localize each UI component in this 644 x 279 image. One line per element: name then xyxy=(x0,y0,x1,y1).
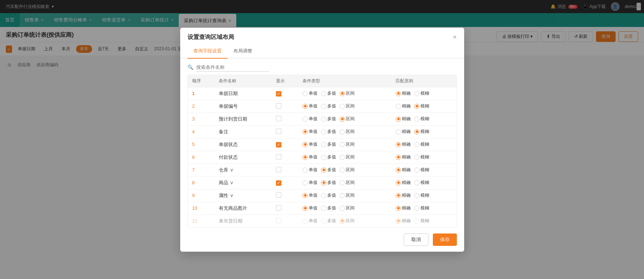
radio-type-区间-6[interactable]: 区间 xyxy=(340,154,355,160)
row-display-3[interactable] xyxy=(272,113,299,125)
dialog-close-button[interactable]: × xyxy=(453,34,457,41)
dialog-search-area: 🔍 xyxy=(180,59,464,75)
row-display-8[interactable] xyxy=(272,176,299,189)
row-display-1[interactable] xyxy=(272,87,299,100)
radio-type-多值-8[interactable]: 多值 xyxy=(321,180,336,186)
radio-match-模糊-2[interactable]: 模糊 xyxy=(414,103,429,109)
dialog-search-input[interactable] xyxy=(196,63,269,72)
checkbox-3[interactable] xyxy=(276,116,281,121)
radio-match-精确-7[interactable]: 精确 xyxy=(396,167,411,173)
checkbox-1[interactable] xyxy=(276,91,281,97)
row-display-6[interactable] xyxy=(272,151,299,164)
row-type-10: 单值多值区间 xyxy=(298,202,391,215)
checkbox-5[interactable] xyxy=(276,142,281,148)
checkbox-11[interactable] xyxy=(276,218,281,223)
radio-match-精确-4[interactable]: 精确 xyxy=(396,129,411,135)
row-display-9[interactable] xyxy=(272,189,299,202)
row-name-6: 付款状态 xyxy=(214,151,271,164)
radio-match-模糊-3[interactable]: 模糊 xyxy=(414,116,429,122)
radio-type-区间-4[interactable]: 区间 xyxy=(340,129,355,135)
radio-type-多值-11[interactable]: 多值 xyxy=(321,218,336,224)
radio-dot-多值-3 xyxy=(321,117,326,122)
row-display-2[interactable] xyxy=(272,100,299,113)
radio-dot-区间-2 xyxy=(340,104,345,109)
radio-type-区间-5[interactable]: 区间 xyxy=(340,141,355,148)
radio-match-精确-1[interactable]: 精确 xyxy=(396,90,411,97)
row-type-6: 单值多值区间 xyxy=(298,151,391,164)
radio-dot-多值-9 xyxy=(321,193,326,198)
row-display-7[interactable] xyxy=(272,164,299,176)
radio-type-区间-2[interactable]: 区间 xyxy=(340,103,355,109)
radio-type-单值-4[interactable]: 单值 xyxy=(303,129,317,135)
radio-match-模糊-11[interactable]: 模糊 xyxy=(414,218,429,224)
radio-match-精确-10[interactable]: 精确 xyxy=(396,205,411,211)
radio-type-多值-10[interactable]: 多值 xyxy=(321,205,336,211)
row-type-5: 单值多值区间 xyxy=(298,138,391,151)
radio-type-单值-2[interactable]: 单值 xyxy=(303,103,317,109)
radio-match-精确-8[interactable]: 精确 xyxy=(396,180,411,186)
radio-type-区间-3[interactable]: 区间 xyxy=(340,116,355,122)
row-display-5[interactable] xyxy=(272,138,299,151)
radio-match-模糊-7[interactable]: 模糊 xyxy=(414,167,429,173)
radio-match-模糊-6[interactable]: 模糊 xyxy=(414,154,429,160)
radio-type-多值-4[interactable]: 多值 xyxy=(321,129,336,135)
row-type-3: 单值多值区间 xyxy=(298,113,391,125)
radio-match-精确-2[interactable]: 精确 xyxy=(396,103,411,109)
checkbox-7[interactable] xyxy=(276,167,281,172)
radio-type-区间-7[interactable]: 区间 xyxy=(340,167,355,173)
radio-type-多值-3[interactable]: 多值 xyxy=(321,116,336,122)
cancel-button[interactable]: 取消 xyxy=(404,233,428,246)
radio-dot-区间-1 xyxy=(340,91,345,96)
radio-match-dot-精确-4 xyxy=(396,129,401,134)
radio-type-多值-9[interactable]: 多值 xyxy=(321,192,336,199)
radio-type-单值-3[interactable]: 单值 xyxy=(303,116,317,122)
radio-match-精确-11[interactable]: 精确 xyxy=(396,218,411,224)
radio-match-模糊-9[interactable]: 模糊 xyxy=(414,192,429,199)
radio-type-多值-2[interactable]: 多值 xyxy=(321,103,336,109)
radio-type-单值-6[interactable]: 单值 xyxy=(303,154,317,160)
radio-match-模糊-4[interactable]: 模糊 xyxy=(414,129,429,135)
radio-type-单值-9[interactable]: 单值 xyxy=(303,192,317,199)
th-display: 显示 xyxy=(272,75,299,87)
row-type-1: 单值多值区间 xyxy=(298,87,391,100)
radio-type-区间-11[interactable]: 区间 xyxy=(340,218,355,224)
checkbox-6[interactable] xyxy=(276,154,281,160)
radio-type-单值-11[interactable]: 单值 xyxy=(303,218,317,224)
radio-type-单值-5[interactable]: 单值 xyxy=(303,141,317,148)
row-index-10: 10 xyxy=(188,202,215,215)
dialog-tab-layout[interactable]: 布局调整 xyxy=(228,46,258,59)
radio-match-精确-6[interactable]: 精确 xyxy=(396,154,411,160)
radio-match-dot-精确-3 xyxy=(396,117,401,122)
radio-type-多值-5[interactable]: 多值 xyxy=(321,141,336,148)
row-display-10[interactable] xyxy=(272,202,299,215)
radio-type-单值-1[interactable]: 单值 xyxy=(303,90,317,97)
radio-match-模糊-8[interactable]: 模糊 xyxy=(414,180,429,186)
radio-type-单值-10[interactable]: 单值 xyxy=(303,205,317,211)
radio-match-精确-3[interactable]: 精确 xyxy=(396,116,411,122)
row-display-4[interactable] xyxy=(272,125,299,138)
radio-match-精确-5[interactable]: 精确 xyxy=(396,141,411,148)
radio-match-精确-9[interactable]: 精确 xyxy=(396,192,411,199)
radio-type-多值-1[interactable]: 多值 xyxy=(321,90,336,97)
radio-type-区间-10[interactable]: 区间 xyxy=(340,205,355,211)
radio-match-模糊-5[interactable]: 模糊 xyxy=(414,141,429,148)
row-display-11[interactable] xyxy=(272,215,299,227)
checkbox-8[interactable] xyxy=(276,180,281,186)
checkbox-4[interactable] xyxy=(276,129,281,134)
radio-type-单值-7[interactable]: 单值 xyxy=(303,167,317,173)
radio-match-模糊-1[interactable]: 模糊 xyxy=(414,90,429,97)
radio-type-区间-8[interactable]: 区间 xyxy=(340,180,355,186)
checkbox-9[interactable] xyxy=(276,192,281,198)
radio-type-区间-9[interactable]: 区间 xyxy=(340,192,355,199)
radio-dot-多值-1 xyxy=(321,91,326,96)
radio-type-多值-7[interactable]: 多值 xyxy=(321,167,336,173)
dialog-tab-query-fields[interactable]: 查询字段设置 xyxy=(187,46,228,59)
radio-match-模糊-10[interactable]: 模糊 xyxy=(414,205,429,211)
save-button[interactable]: 保存 xyxy=(433,233,457,246)
radio-type-单值-8[interactable]: 单值 xyxy=(303,180,317,186)
radio-type-多值-6[interactable]: 多值 xyxy=(321,154,336,160)
checkbox-10[interactable] xyxy=(276,205,281,211)
dialog-table-header-row: 顺序 条件名称 显示 条件类型 匹配原则 xyxy=(188,75,457,87)
radio-type-区间-1[interactable]: 区间 xyxy=(340,90,355,97)
checkbox-2[interactable] xyxy=(276,103,281,109)
